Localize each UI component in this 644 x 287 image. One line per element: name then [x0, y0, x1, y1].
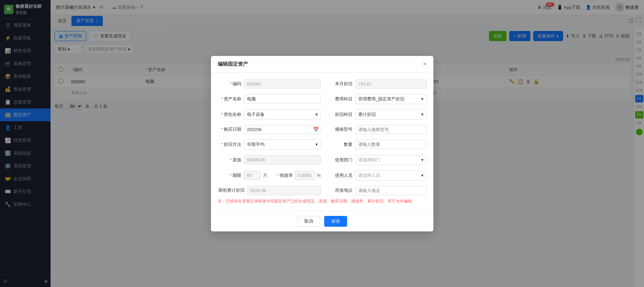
- expense-subject-label: 费用科目: [329, 96, 352, 102]
- monthly-depreciation-input: [355, 79, 426, 89]
- depreciation-method-dropdown-icon: ▾: [315, 142, 318, 147]
- purchase-date-label: *购买日期: [218, 126, 241, 132]
- quantity-input[interactable]: [355, 140, 426, 149]
- spec-model-input[interactable]: [355, 125, 426, 134]
- purchase-date-input[interactable]: [244, 125, 321, 134]
- modal-note: 注：已经存在变更记录或者对应固定资产已经生成凭证，原值、购买日期、残值率、累计折…: [218, 198, 427, 204]
- field-code: *编码: [218, 79, 321, 89]
- depreciation-subject-label: 折旧科目: [329, 111, 352, 118]
- original-value-input[interactable]: [244, 155, 321, 164]
- expense-subject-value: 管理费用_固定资产折旧: [358, 96, 404, 102]
- code-label: *编码: [218, 81, 241, 87]
- field-spec-model: 规格型号: [329, 125, 426, 134]
- original-value-label: *原值: [218, 157, 241, 163]
- modal-header: 编辑固定资产 ×: [211, 56, 433, 73]
- asset-name-label: *资产名称: [218, 96, 241, 102]
- period-input[interactable]: [244, 171, 261, 180]
- department-label: 使用部门: [329, 157, 352, 163]
- modal-body: *编码 本月折旧 *资产名称 费用科目: [211, 73, 433, 211]
- person-select[interactable]: 请选择人员 ▾: [355, 170, 426, 181]
- form-grid: *编码 本月折旧 *资产名称 费用科目: [218, 79, 427, 195]
- category-value: 电子设备: [247, 111, 265, 118]
- spec-model-label: 规格型号: [329, 126, 352, 132]
- field-depreciation-subject: 折旧科目 累计折旧 ▾: [329, 109, 426, 120]
- field-monthly-depreciation: 本月折旧: [329, 79, 426, 89]
- field-quantity: 数量: [329, 139, 426, 150]
- modal-footer: 取消 保存: [211, 211, 433, 231]
- cancel-button[interactable]: 取消: [297, 216, 320, 227]
- asset-name-input[interactable]: [244, 94, 321, 103]
- department-placeholder: 请选择部门: [358, 157, 380, 163]
- field-person: 使用人员 请选择人员 ▾: [329, 170, 426, 181]
- residual-rate-unit: %: [317, 173, 321, 178]
- quantity-label: 数量: [329, 141, 352, 148]
- period-unit: 月: [263, 172, 267, 179]
- depreciation-subject-select[interactable]: 累计折旧 ▾: [355, 109, 426, 120]
- category-select[interactable]: 电子设备 ▾: [244, 109, 321, 120]
- field-expense-subject: 费用科目 管理费用_固定资产折旧 ▾: [329, 94, 426, 104]
- field-purchase-date: *购买日期 📅: [218, 125, 321, 134]
- person-dropdown-icon: ▾: [421, 173, 424, 178]
- field-asset-name: *资产名称: [218, 94, 321, 104]
- residual-rate-label: *残值率: [269, 172, 293, 179]
- initial-depreciation-label: 期初累计折旧: [218, 187, 245, 193]
- depreciation-subject-dropdown-icon: ▾: [421, 112, 424, 117]
- depreciation-subject-value: 累计折旧: [358, 111, 376, 118]
- field-period: *期限 月 *残值率 %: [218, 170, 321, 181]
- storage-input[interactable]: [355, 186, 426, 195]
- period-row: 月 *残值率 %: [244, 171, 321, 180]
- initial-depreciation-input[interactable]: [247, 186, 321, 195]
- field-storage: 存放地点: [329, 186, 426, 195]
- field-department: 使用部门 请选择部门 ▾: [329, 155, 426, 165]
- depreciation-method-label: *折旧方法: [218, 141, 241, 148]
- edit-asset-modal: 编辑固定资产 × *编码 本月折旧: [211, 56, 433, 231]
- period-label: *期限: [218, 172, 241, 179]
- code-input[interactable]: [244, 79, 321, 89]
- residual-rate-input[interactable]: [295, 171, 315, 180]
- field-category: *类别名称 电子设备 ▾: [218, 109, 321, 120]
- person-placeholder: 请选择人员: [358, 172, 380, 179]
- purchase-date-wrapper: 📅: [244, 125, 321, 134]
- depreciation-method-value: 年限平均: [247, 141, 265, 148]
- modal-title: 编辑固定资产: [218, 61, 248, 67]
- monthly-depreciation-label: 本月折旧: [329, 81, 352, 87]
- storage-label: 存放地点: [329, 187, 352, 193]
- category-label: *类别名称: [218, 111, 241, 118]
- department-select[interactable]: 请选择部门 ▾: [355, 155, 426, 165]
- depreciation-method-select[interactable]: 年限平均 ▾: [244, 139, 321, 150]
- category-dropdown-icon: ▾: [315, 112, 318, 117]
- expense-subject-dropdown-icon: ▾: [421, 96, 424, 101]
- person-label: 使用人员: [329, 172, 352, 179]
- field-depreciation-method: *折旧方法 年限平均 ▾: [218, 139, 321, 150]
- department-dropdown-icon: ▾: [421, 157, 424, 162]
- modal-close-btn[interactable]: ×: [423, 61, 427, 68]
- save-button[interactable]: 保存: [324, 216, 347, 227]
- calendar-icon[interactable]: 📅: [313, 127, 319, 132]
- field-initial-depreciation: 期初累计折旧: [218, 186, 321, 195]
- field-original-value: *原值: [218, 155, 321, 165]
- modal-overlay: 编辑固定资产 × *编码 本月折旧: [0, 0, 644, 287]
- expense-subject-select[interactable]: 管理费用_固定资产折旧 ▾: [355, 94, 426, 104]
